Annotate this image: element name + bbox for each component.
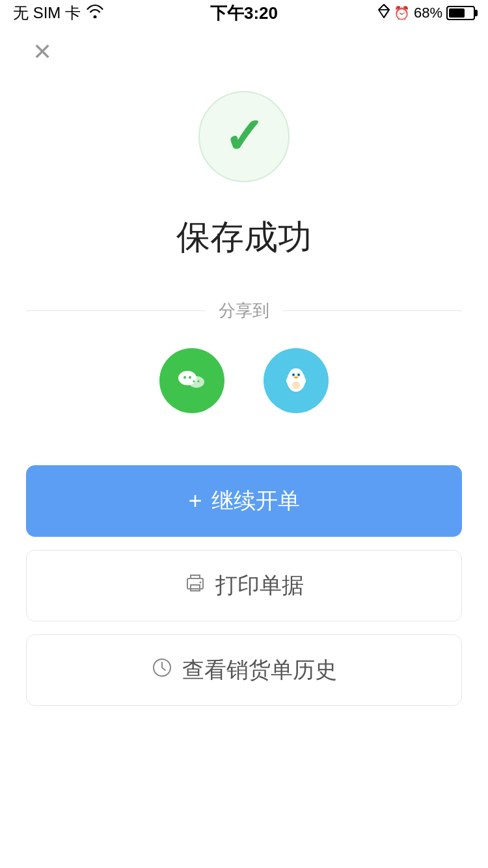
continue-button[interactable]: + 继续开单: [26, 465, 462, 537]
share-divider: 分享到: [26, 299, 462, 322]
battery-icon: [446, 6, 475, 20]
checkmark-icon: ✓: [223, 112, 265, 161]
status-right: ⏰ 68%: [378, 4, 475, 22]
svg-point-16: [286, 378, 290, 384]
alarm-icon: ⏰: [394, 5, 410, 21]
plus-icon: +: [188, 487, 202, 515]
qq-icon: [278, 362, 314, 399]
svg-point-19: [200, 582, 202, 584]
svg-point-3: [183, 376, 186, 379]
status-bar: 无 SIM 卡 下午3:20 ⏰ 68%: [0, 0, 488, 26]
status-left: 无 SIM 卡: [13, 3, 104, 23]
print-button-label: 打印单据: [215, 571, 304, 601]
action-buttons: + 继续开单 打印单据 查看销货单历史: [0, 465, 488, 706]
svg-rect-18: [187, 578, 203, 589]
wechat-icon: [174, 362, 210, 399]
share-label: 分享到: [206, 299, 282, 322]
share-icons-container: [159, 348, 329, 413]
svg-point-5: [193, 380, 195, 382]
print-icon: [184, 572, 206, 599]
history-button-label: 查看销货单历史: [182, 655, 337, 685]
svg-point-11: [293, 374, 294, 375]
success-circle: ✓: [198, 91, 290, 182]
close-icon: ✕: [33, 40, 52, 64]
svg-point-4: [189, 376, 191, 379]
success-title: 保存成功: [176, 215, 312, 260]
clock-icon: [151, 657, 173, 684]
print-button[interactable]: 打印单据: [26, 550, 462, 621]
divider-line-left: [26, 310, 206, 311]
success-section: ✓ 保存成功 分享到: [26, 91, 462, 452]
svg-point-6: [197, 380, 199, 382]
close-button[interactable]: ✕: [26, 36, 59, 68]
status-time: 下午3:20: [210, 2, 278, 25]
location-icon: [378, 4, 390, 22]
main-content: ✓ 保存成功 分享到: [0, 26, 488, 452]
divider-line-right: [282, 310, 462, 311]
continue-button-label: 继续开单: [211, 486, 300, 516]
svg-point-17: [302, 378, 306, 384]
qq-share-button[interactable]: [264, 348, 329, 413]
history-button[interactable]: 查看销货单历史: [26, 634, 462, 706]
svg-point-15: [292, 381, 300, 389]
carrier-text: 无 SIM 卡: [13, 3, 81, 23]
wechat-share-button[interactable]: [159, 348, 224, 413]
share-section: 分享到: [26, 299, 462, 413]
battery-percent: 68%: [414, 5, 442, 21]
wifi-icon: [86, 4, 104, 22]
svg-point-12: [298, 374, 299, 375]
svg-point-13: [294, 377, 298, 379]
